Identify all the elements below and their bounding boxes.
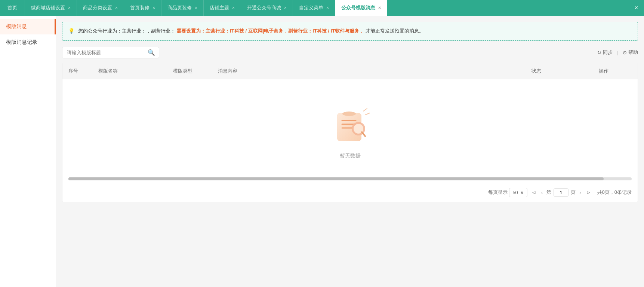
- tab-label-theme: 店铺主题: [210, 4, 229, 11]
- sidebar-item-template-message-record[interactable]: 模版消息记录: [0, 34, 56, 50]
- tab-label-category: 商品分类设置: [83, 4, 112, 11]
- tab-bar: 首页微商城店铺设置×商品分类设置×首页装修×商品页装修×店铺主题×开通公众号商城…: [0, 0, 644, 16]
- page-size-label: 每页显示: [488, 189, 508, 196]
- page-size-dropdown[interactable]: 50 ∨: [509, 188, 527, 197]
- tabs-container: 首页微商城店铺设置×商品分类设置×首页装修×商品页装修×店铺主题×开通公众号商城…: [0, 0, 629, 16]
- sidebar: 模版消息模版消息记录: [0, 16, 56, 287]
- page-nav: ⊲ ‹ 第 页 › ⊳ 共0页，0条记录: [530, 188, 632, 197]
- tab-label-custom-menu: 自定义菜单: [299, 4, 323, 11]
- page-suffix-label: 页: [571, 189, 576, 196]
- svg-line-11: [365, 113, 370, 115]
- tab-close-micro-shop[interactable]: ×: [68, 6, 71, 10]
- sidebar-item-template-message[interactable]: 模版消息: [0, 19, 56, 34]
- notice-icon: 💡: [68, 28, 74, 34]
- search-bar: 🔍 ↻ 同步 | ⊙ 帮助: [62, 47, 638, 58]
- pagination: 每页显示 50 ∨ ⊲ ‹ 第 页 › ⊳ 共0页，0条记录: [62, 183, 638, 202]
- page-number-input[interactable]: [554, 188, 568, 197]
- prev-page-button[interactable]: ‹: [540, 189, 544, 196]
- tab-close-product-decor[interactable]: ×: [195, 6, 197, 10]
- empty-text: 暂无数据: [340, 153, 361, 159]
- tab-category[interactable]: 商品分类设置×: [77, 0, 124, 16]
- close-all-button[interactable]: ×: [629, 4, 644, 11]
- th-type: 模版类型: [167, 63, 212, 79]
- notice-prefix: 您的公众号行业为：主营行业：，副营行业：: [78, 28, 175, 34]
- svg-point-9: [342, 112, 356, 116]
- tab-template-msg[interactable]: 公众号模版消息×: [335, 0, 387, 16]
- help-icon: ⊙: [623, 50, 627, 55]
- search-actions: ↻ 同步 | ⊙ 帮助: [597, 49, 638, 56]
- notice-banner: 💡 您的公众号行业为：主营行业：，副营行业： 需要设置为：主营行业：IT科技 /…: [62, 22, 638, 41]
- sync-button[interactable]: ↻ 同步: [597, 49, 613, 56]
- th-status: 状态: [526, 63, 593, 79]
- tab-label-product-decor: 商品页装修: [167, 4, 192, 11]
- tab-label-micro-shop: 微商城店铺设置: [31, 4, 65, 11]
- help-label: 帮助: [628, 49, 638, 56]
- tab-label-template-msg: 公众号模版消息: [341, 4, 375, 11]
- tab-close-home-decor[interactable]: ×: [152, 6, 155, 10]
- scrollbar-track[interactable]: [68, 177, 632, 180]
- th-action: 操作: [593, 63, 638, 79]
- search-button[interactable]: 🔍: [144, 49, 159, 56]
- th-name: 模版名称: [92, 63, 167, 79]
- scrollbar-thumb[interactable]: [68, 177, 604, 180]
- search-input-wrap: 🔍: [62, 47, 159, 58]
- tab-close-open-mall[interactable]: ×: [284, 6, 287, 10]
- notice-suffix: 才能正常发送预置的消息。: [366, 28, 424, 34]
- notice-highlight: 需要设置为：主营行业：IT科技 / 互联网|电子商务，副营行业：IT科技 / I…: [176, 28, 364, 34]
- total-label: 共0页，0条记录: [597, 189, 632, 196]
- tab-close-template-msg[interactable]: ×: [378, 6, 381, 10]
- tab-theme[interactable]: 店铺主题×: [204, 0, 241, 16]
- tab-home-decor[interactable]: 首页装修×: [124, 0, 161, 16]
- table-header: 序号模版名称模版类型消息内容状态操作: [62, 63, 638, 79]
- svg-line-10: [363, 109, 367, 111]
- divider: |: [617, 50, 618, 55]
- page-di-label: 第: [546, 189, 551, 196]
- last-page-button[interactable]: ⊳: [585, 189, 592, 196]
- sync-icon: ↻: [597, 50, 601, 55]
- sync-label: 同步: [603, 49, 613, 56]
- tab-label-home-decor: 首页装修: [130, 4, 150, 11]
- help-button[interactable]: ⊙ 帮助: [623, 49, 638, 56]
- page-size-select: 每页显示 50 ∨: [488, 188, 527, 197]
- main-layout: 模版消息模版消息记录 💡 您的公众号行业为：主营行业：，副营行业： 需要设置为：…: [0, 16, 644, 287]
- tab-custom-menu[interactable]: 自定义菜单×: [293, 0, 335, 16]
- th-seq: 序号: [62, 63, 92, 79]
- dropdown-arrow-icon: ∨: [520, 190, 524, 195]
- search-input[interactable]: [62, 47, 144, 58]
- tab-product-decor[interactable]: 商品页装修×: [161, 0, 204, 16]
- empty-icon: [328, 102, 373, 147]
- tab-label-open-mall: 开通公众号商城: [247, 4, 281, 11]
- th-content: 消息内容: [212, 63, 526, 79]
- tab-close-category[interactable]: ×: [115, 6, 118, 10]
- next-page-button[interactable]: ›: [578, 189, 582, 196]
- content-area: 💡 您的公众号行业为：主营行业：，副营行业： 需要设置为：主营行业：IT科技 /…: [56, 16, 644, 287]
- tab-close-custom-menu[interactable]: ×: [326, 6, 329, 10]
- sidebar-container: 模版消息模版消息记录: [0, 19, 56, 50]
- tab-micro-shop[interactable]: 微商城店铺设置×: [25, 0, 77, 16]
- tab-label-home: 首页: [7, 4, 17, 11]
- data-table: 序号模版名称模版类型消息内容状态操作: [62, 63, 638, 202]
- tab-open-mall[interactable]: 开通公众号商城×: [241, 0, 293, 16]
- tab-home[interactable]: 首页: [0, 0, 25, 16]
- empty-state: 暂无数据: [62, 79, 638, 174]
- page-size-value: 50: [512, 190, 518, 195]
- first-page-button[interactable]: ⊲: [530, 189, 537, 196]
- tab-close-theme[interactable]: ×: [232, 6, 235, 10]
